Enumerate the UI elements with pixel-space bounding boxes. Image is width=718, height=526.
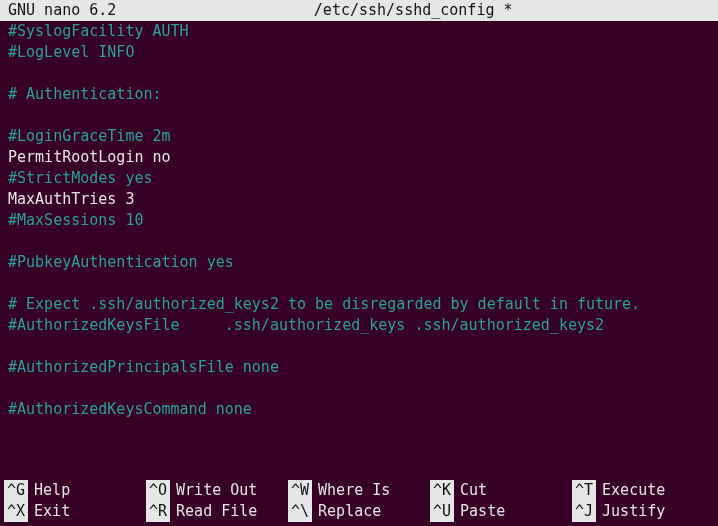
shortcut-key: ^O	[146, 480, 170, 501]
editor-line	[8, 63, 710, 84]
shortcut-key: ^W	[288, 480, 312, 501]
shortcut-label: Help	[34, 480, 70, 501]
shortcut-label: Justify	[602, 501, 665, 522]
shortcut-item[interactable]: ^OWrite Out	[146, 480, 288, 501]
shortcut-item[interactable]: ^\Replace	[288, 501, 430, 522]
editor-line: # Expect .ssh/authorized_keys2 to be dis…	[8, 294, 710, 315]
file-name: /etc/ssh/sshd_config *	[116, 0, 710, 21]
editor-line: # Authentication:	[8, 84, 710, 105]
shortcut-label: Replace	[318, 501, 381, 522]
editor-line: #MaxSessions 10	[8, 210, 710, 231]
editor-line	[8, 336, 710, 357]
shortcut-label: Paste	[460, 501, 505, 522]
shortcut-key: ^K	[430, 480, 454, 501]
shortcut-item[interactable]: ^RRead File	[146, 501, 288, 522]
shortcut-key: ^U	[430, 501, 454, 522]
shortcut-item[interactable]: ^JJustify	[572, 501, 714, 522]
shortcut-item[interactable]: ^KCut	[430, 480, 572, 501]
shortcut-label: Execute	[602, 480, 665, 501]
editor-line: #LoginGraceTime 2m	[8, 126, 710, 147]
shortcut-label: Write Out	[176, 480, 257, 501]
editor-line: #AuthorizedKeysFile .ssh/authorized_keys…	[8, 315, 710, 336]
shortcut-key: ^T	[572, 480, 596, 501]
editor-line	[8, 378, 710, 399]
shortcut-label: Exit	[34, 501, 70, 522]
shortcut-row-1: ^GHelp^OWrite Out^WWhere Is^KCut^TExecut…	[4, 480, 714, 501]
shortcut-key: ^G	[4, 480, 28, 501]
shortcut-label: Cut	[460, 480, 487, 501]
editor-line: PermitRootLogin no	[8, 147, 710, 168]
shortcut-item[interactable]: ^XExit	[4, 501, 146, 522]
editor-line: MaxAuthTries 3	[8, 189, 710, 210]
editor-line: #SyslogFacility AUTH	[8, 21, 710, 42]
editor-line	[8, 231, 710, 252]
shortcut-item[interactable]: ^UPaste	[430, 501, 572, 522]
editor-line	[8, 105, 710, 126]
editor-area[interactable]: #SyslogFacility AUTH#LogLevel INFO# Auth…	[0, 21, 718, 420]
shortcut-row-2: ^XExit^RRead File^\Replace^UPaste^JJusti…	[4, 501, 714, 522]
editor-line: #StrictModes yes	[8, 168, 710, 189]
shortcut-key: ^R	[146, 501, 170, 522]
app-name: GNU nano 6.2	[8, 0, 116, 21]
shortcut-item[interactable]: ^TExecute	[572, 480, 714, 501]
shortcut-label: Where Is	[318, 480, 390, 501]
editor-line: #AuthorizedPrincipalsFile none	[8, 357, 710, 378]
shortcut-key: ^X	[4, 501, 28, 522]
shortcut-key: ^\	[288, 501, 312, 522]
titlebar: GNU nano 6.2 /etc/ssh/sshd_config *	[0, 0, 718, 21]
editor-line: #PubkeyAuthentication yes	[8, 252, 710, 273]
shortcut-bar: ^GHelp^OWrite Out^WWhere Is^KCut^TExecut…	[0, 480, 718, 522]
shortcut-item[interactable]: ^GHelp	[4, 480, 146, 501]
shortcut-item[interactable]: ^WWhere Is	[288, 480, 430, 501]
editor-line: #LogLevel INFO	[8, 42, 710, 63]
shortcut-key: ^J	[572, 501, 596, 522]
editor-line	[8, 273, 710, 294]
editor-line: #AuthorizedKeysCommand none	[8, 399, 710, 420]
shortcut-label: Read File	[176, 501, 257, 522]
